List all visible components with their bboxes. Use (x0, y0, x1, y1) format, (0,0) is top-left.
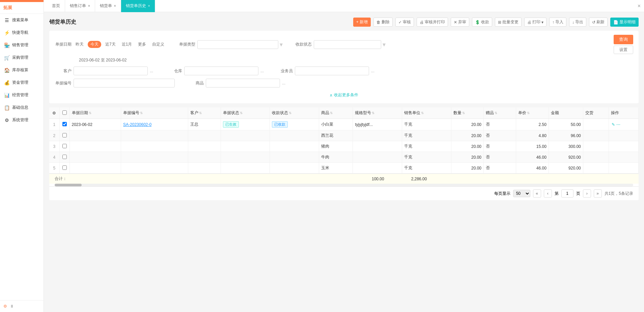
tabbar-close-button[interactable]: × (638, 3, 641, 9)
sidebar-item-sales[interactable]: 🏪 销售管理 (0, 39, 44, 51)
audit-print-button[interactable]: 🖨 审核并打印 (417, 18, 448, 27)
th-customer-sort[interactable]: 客户 ⇅ (190, 110, 218, 116)
th-checkbox[interactable] (59, 107, 69, 119)
th-unit-sort[interactable]: 销售单位 ⇅ (404, 110, 449, 116)
row-date-2 (69, 141, 121, 152)
scrollbar-thumb[interactable] (55, 184, 82, 186)
horizontal-scrollbar[interactable] (55, 184, 633, 186)
toolbar: + 新增 🗑 删除 ✓ 审核 🖨 审核并打印 ✕ 弃审 (353, 18, 639, 27)
collapse-button[interactable]: ∧ 收起更多条件 (55, 91, 633, 99)
row-select-checkbox[interactable] (62, 144, 67, 148)
refresh-button[interactable]: ↺ 刷新 (589, 18, 608, 27)
date-btn-custom[interactable]: 自定义 (150, 41, 166, 48)
docno-link[interactable]: SA-20230602-0 (123, 122, 151, 127)
sidebar-bottom-icon2[interactable]: ⏸ (10, 304, 14, 309)
sidebar-item-purchase[interactable]: 🛒 采购管理 (0, 51, 44, 64)
collect-button[interactable]: 💲 收款 (472, 18, 492, 27)
row-price-3: 46.00 (516, 152, 549, 163)
doc-type-input[interactable] (197, 40, 278, 49)
row-select-checkbox[interactable] (62, 122, 67, 126)
row-checkbox-2[interactable] (59, 141, 69, 152)
date-range-display: 2023-06-02 至 2023-06-02 (79, 57, 127, 63)
import-button[interactable]: ↑ 导入 (549, 18, 566, 27)
row-select-checkbox[interactable] (62, 133, 67, 137)
date-btn-1month[interactable]: 近1月 (120, 41, 134, 48)
sidebar-item-quick-nav[interactable]: ⚡ 快捷导航 (0, 26, 44, 39)
sidebar-item-finance[interactable]: 💰 资金管理 (0, 76, 44, 89)
th-gift-sort[interactable]: 赠品 ⇅ (486, 110, 514, 116)
sidebar-bottom-icon1[interactable]: ⚙ (3, 304, 7, 309)
th-settings[interactable]: ⚙ (49, 107, 59, 119)
row-gift-0: 否 (484, 119, 516, 130)
th-price-sort[interactable]: 单价 ⇅ (518, 110, 546, 116)
export-button[interactable]: ↓ 导出 (569, 18, 586, 27)
salesperson-input[interactable] (295, 67, 369, 75)
tab-sales-invoice-close[interactable]: × (114, 4, 116, 8)
docno-input[interactable] (74, 79, 175, 87)
tab-sales-order-close[interactable]: × (88, 4, 90, 8)
collapse-icon: ∧ (330, 93, 333, 98)
row-doc-status-3 (221, 152, 270, 163)
batch-change-button[interactable]: ⊞ 批量变更 (495, 18, 522, 27)
date-btn-more[interactable]: 更多 (136, 41, 148, 48)
row-customer-1 (188, 130, 221, 141)
set-button[interactable]: 设置 (614, 46, 633, 54)
row-checkbox-3[interactable] (59, 152, 69, 163)
row-checkbox-0[interactable] (59, 119, 69, 130)
prev-page-button[interactable]: ‹ (544, 189, 552, 198)
row-checkbox-1[interactable] (59, 130, 69, 141)
date-btn-today[interactable]: 今天 (88, 41, 101, 48)
goods-dots[interactable]: ... (282, 81, 285, 85)
th-goods-sort[interactable]: 商品 ⇅ (321, 110, 351, 116)
warehouse-dots[interactable]: ... (260, 69, 264, 73)
page-size-select[interactable]: 50 100 200 (513, 190, 530, 197)
collect-status-input[interactable] (314, 40, 381, 49)
salesperson-dots[interactable]: ... (371, 69, 374, 73)
doc-status-sort-icon: ⇅ (240, 111, 243, 115)
goods-input[interactable] (206, 79, 280, 87)
th-collect-status-sort[interactable]: 收款状态 ⇅ (272, 110, 317, 116)
total-info: 共1页，5条记录 (605, 191, 633, 197)
th-date-label: 单据日期 (72, 110, 88, 116)
query-button[interactable]: 查询 (614, 35, 633, 44)
abandon-button[interactable]: ✕ 弃审 (451, 18, 469, 27)
sidebar-item-label: 系统管理 (12, 117, 28, 123)
row-select-checkbox[interactable] (62, 155, 67, 159)
next-page-button[interactable]: › (583, 189, 591, 198)
sidebar-item-search-menu[interactable]: ☰ 搜索菜单 (0, 14, 44, 26)
row-checkbox-4[interactable] (59, 163, 69, 174)
sidebar-item-operations[interactable]: 📊 经营管理 (0, 89, 44, 101)
warehouse-input[interactable] (184, 67, 258, 75)
th-doc-status-sort[interactable]: 单据状态 ⇅ (223, 110, 268, 116)
sidebar-item-inventory[interactable]: 🏠 库存核算 (0, 64, 44, 76)
show-detail-button[interactable]: 📄 显示明细 (610, 18, 639, 27)
tab-home[interactable]: 首页 (47, 0, 65, 12)
delete-button[interactable]: 🗑 删除 (373, 18, 393, 27)
date-btn-7days[interactable]: 近7天 (103, 41, 118, 48)
sidebar-item-system[interactable]: ⚙ 系统管理 (0, 114, 44, 126)
th-docno-sort[interactable]: 单据编号 ⇅ (123, 110, 186, 116)
new-button[interactable]: + 新增 (353, 18, 371, 27)
tab-sales-order[interactable]: 销售订单 × (65, 0, 95, 12)
customer-dots[interactable]: ... (150, 69, 153, 73)
customer-input[interactable] (74, 67, 148, 75)
select-all-checkbox[interactable] (62, 110, 67, 115)
th-date-sort[interactable]: 单据日期 ⇅ (72, 110, 119, 116)
edit-action[interactable]: ✎ (612, 122, 615, 127)
row-select-checkbox[interactable] (62, 165, 67, 170)
date-btn-yesterday[interactable]: 昨天 (74, 41, 86, 48)
current-page-input[interactable]: 1 (561, 189, 573, 198)
th-spec-sort[interactable]: 规格型号 ⇅ (355, 110, 400, 116)
th-qty-sort[interactable]: 数量 ⇅ (453, 110, 481, 116)
row-date-0: 2023-06-02 (69, 119, 121, 130)
tab-sales-history-close[interactable]: × (148, 4, 150, 8)
audit-button[interactable]: ✓ 审核 (395, 18, 414, 27)
more-action[interactable]: ⋯ (616, 122, 620, 127)
print-button[interactable]: 🖨 打印 ▾ (524, 18, 547, 27)
last-page-button[interactable]: » (594, 189, 602, 198)
tab-sales-history[interactable]: 销货单历史 × (121, 0, 155, 12)
first-page-button[interactable]: « (533, 189, 541, 198)
sidebar-item-base-info[interactable]: 📋 基础信息 (0, 101, 44, 114)
tab-sales-invoice[interactable]: 销货单 × (95, 0, 121, 12)
row-spec-1 (353, 130, 402, 141)
